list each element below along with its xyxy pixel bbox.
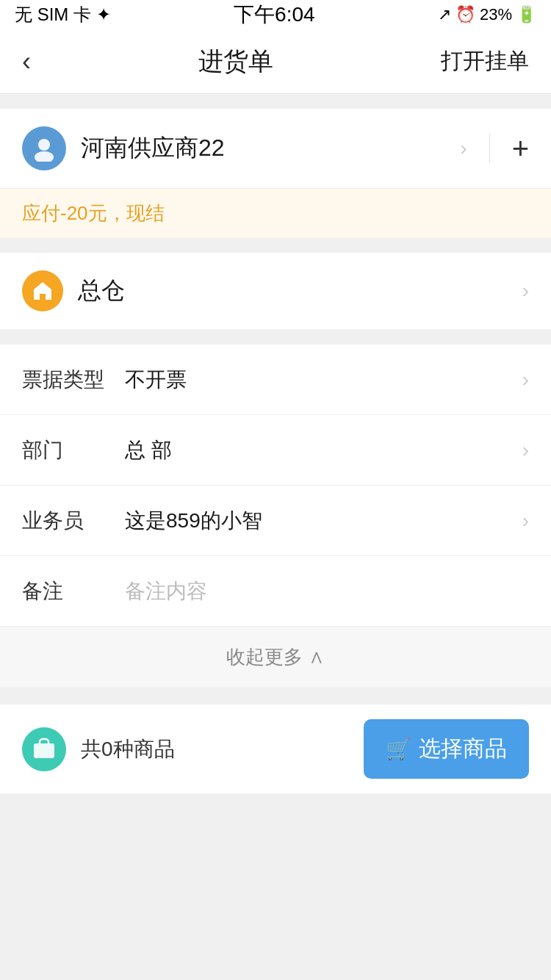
product-icon: [22, 727, 66, 771]
status-left: 无 SIM 卡 ✦: [15, 3, 111, 26]
section-gap-4: [0, 688, 551, 703]
select-btn-icon: 🛒: [386, 737, 411, 761]
section-gap-2: [0, 238, 551, 253]
section-gap-3: [0, 329, 551, 344]
invoice-type-value: 不开票: [110, 366, 522, 394]
location-icon: ↗: [438, 5, 451, 24]
warehouse-card: 总仓 ›: [0, 253, 551, 329]
supplier-row[interactable]: 河南供应商22 › +: [0, 109, 551, 189]
battery-text: 23%: [480, 5, 512, 24]
department-label: 部门: [22, 436, 110, 464]
salesperson-chevron-icon: ›: [522, 509, 529, 533]
supplier-name: 河南供应商22: [81, 132, 460, 165]
home-icon: [31, 279, 54, 303]
status-right: ↗ ⏰ 23% 🔋: [438, 5, 536, 24]
supplier-divider: [489, 134, 490, 163]
warehouse-name: 总仓: [78, 275, 522, 307]
svg-point-0: [38, 139, 50, 151]
salesperson-row[interactable]: 业务员 这是859的小智 ›: [0, 485, 551, 555]
back-button[interactable]: ‹: [22, 46, 31, 77]
form-card: 票据类型 不开票 › 部门 总 部 › 业务员 这是859的小智 › 备注 备注…: [0, 344, 551, 626]
notice-text: 应付-20元，现结: [22, 202, 165, 224]
collapse-text: 收起更多 ∧: [226, 646, 324, 668]
warehouse-row[interactable]: 总仓 ›: [0, 253, 551, 329]
bottom-bar: 共0种商品 🛒 选择商品: [0, 705, 551, 793]
select-btn-label: 选择商品: [419, 734, 507, 764]
open-pending-button[interactable]: 打开挂单: [441, 46, 529, 76]
supplier-avatar: [22, 126, 66, 170]
nav-bar: ‹ 进货单 打开挂单: [0, 29, 551, 94]
salesperson-value: 这是859的小智: [110, 507, 522, 535]
battery-icon: 🔋: [516, 5, 536, 24]
cart-icon: [31, 736, 57, 763]
add-supplier-button[interactable]: +: [512, 134, 529, 163]
invoice-type-label: 票据类型: [22, 366, 110, 394]
remark-label: 备注: [22, 577, 110, 605]
svg-rect-2: [34, 743, 54, 758]
page-background: [0, 793, 551, 980]
alarm-icon: ⏰: [455, 5, 475, 24]
select-product-button[interactable]: 🛒 选择商品: [364, 719, 529, 779]
notice-bar: 应付-20元，现结: [0, 189, 551, 238]
page-title: 进货单: [198, 45, 273, 79]
supplier-chevron-icon: ›: [460, 137, 467, 160]
department-value: 总 部: [110, 436, 522, 464]
invoice-type-chevron-icon: ›: [522, 368, 529, 392]
section-gap-1: [0, 94, 551, 109]
collapse-bar[interactable]: 收起更多 ∧: [0, 626, 551, 688]
status-bar: 无 SIM 卡 ✦ 下午6:04 ↗ ⏰ 23% 🔋: [0, 0, 551, 29]
warehouse-icon: [22, 270, 63, 311]
department-row[interactable]: 部门 总 部 ›: [0, 414, 551, 485]
status-time: 下午6:04: [234, 1, 315, 29]
supplier-card: 河南供应商22 › + 应付-20元，现结: [0, 109, 551, 238]
warehouse-chevron-icon: ›: [522, 279, 529, 303]
invoice-type-row[interactable]: 票据类型 不开票 ›: [0, 344, 551, 414]
product-count: 共0种商品: [81, 735, 364, 763]
remark-input[interactable]: 备注内容: [110, 577, 529, 605]
signal-text: 无 SIM 卡 ✦: [15, 3, 111, 26]
user-icon: [31, 135, 57, 162]
salesperson-label: 业务员: [22, 507, 110, 535]
svg-point-1: [35, 151, 54, 162]
department-chevron-icon: ›: [522, 439, 529, 462]
remark-row[interactable]: 备注 备注内容: [0, 555, 551, 626]
